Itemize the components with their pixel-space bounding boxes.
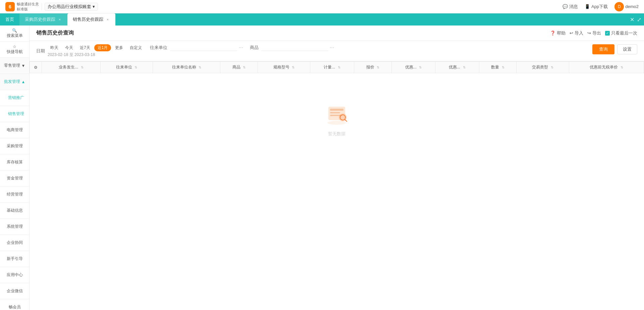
product-browse-button[interactable]: ··· (328, 45, 335, 51)
sidebar-item-shortcuts[interactable]: ☆ 快捷导航 (0, 42, 29, 58)
filter-date-group: 日期 昨天 今天 近7天 近1月 更多 自定义 2023-02-18 至 202… (36, 44, 145, 58)
column-trade-type[interactable]: 交易类型 ⇅ (517, 62, 569, 73)
sidebar-item-search[interactable]: 🔍 搜索菜单 (0, 25, 29, 42)
sidebar-item-inventory[interactable]: 库存核算 (0, 154, 29, 170)
sidebar-item-system[interactable]: 系统管理 (0, 219, 29, 235)
column-product[interactable]: 商品 ⇅ (220, 62, 258, 73)
fullscreen-icon[interactable]: ⤢ (637, 16, 641, 23)
topbar-right: 💬 消息 📱 App下载 D demo2 (562, 2, 639, 11)
app-icon: 📱 (585, 4, 590, 9)
column-settings[interactable]: ⚙ (30, 62, 42, 73)
workspace-selector[interactable]: 办公用品行业模拟账套 ▾ (45, 3, 98, 11)
chevron-up-icon: ▲ (21, 80, 25, 84)
filter-bar: 日期 昨天 今天 近7天 近1月 更多 自定义 2023-02-18 至 202… (30, 41, 644, 61)
source-browse-button[interactable]: ··· (237, 45, 244, 51)
filter-date-section: 昨天 今天 近7天 近1月 更多 自定义 2023-02-18 至 2023-0… (48, 44, 145, 58)
sort-icon-discount2: ⇅ (463, 65, 466, 69)
tab-home[interactable]: 首页 (0, 13, 19, 25)
filter-actions: 查询 设置 (592, 44, 637, 54)
message-icon: 💬 (562, 4, 568, 9)
column-unit[interactable]: 计量... ⇅ (310, 62, 354, 73)
page-title: 销售历史价查询 (36, 30, 74, 37)
filter-source-group: 往来单位 ··· (150, 44, 244, 51)
sidebar-item-basic-info[interactable]: 基础信息 (0, 203, 29, 219)
column-partner-name[interactable]: 往来单位名称 ⇅ (153, 62, 220, 73)
import-button[interactable]: ↩ 导入 (570, 30, 583, 36)
data-table: ⚙ 业务发生... ⇅ 往来单位 ⇅ 往来单位名称 ⇅ (30, 61, 644, 73)
help-icon: ❓ (550, 31, 555, 36)
sidebar-item-sales[interactable]: 销售管理 (0, 106, 29, 122)
source-input[interactable] (170, 44, 237, 51)
user-menu[interactable]: D demo2 (614, 2, 639, 11)
date-label: 日期 (36, 48, 45, 54)
sidebar-item-operations[interactable]: 经营管理 (0, 187, 29, 203)
sort-icon-spec: ⇅ (292, 65, 294, 69)
column-quantity[interactable]: 数量 ⇅ (479, 62, 517, 73)
date-btn-custom[interactable]: 自定义 (127, 44, 145, 51)
product-input-wrapper: ··· (261, 44, 335, 51)
sort-icon-partner-name: ⇅ (199, 65, 201, 69)
tab-sales[interactable]: 销售历史价跟踪 × (67, 13, 115, 25)
topbar-left: 6 畅捷通好生意 标准版 办公用品行业模拟账套 ▾ (5, 2, 98, 11)
source-label: 往来单位 (150, 45, 167, 51)
sidebar-item-guide[interactable]: 新手引导 (0, 251, 29, 267)
date-btn-yesterday[interactable]: 昨天 (48, 44, 61, 51)
svg-rect-2 (330, 109, 343, 111)
sidebar-item-enterprise[interactable]: 企业协同 (0, 235, 29, 251)
column-discount1[interactable]: 优惠... ⇅ (391, 62, 435, 73)
message-button[interactable]: 💬 消息 (562, 4, 578, 10)
date-btn-7days[interactable]: 近7天 (77, 44, 93, 51)
settings-button[interactable]: 设置 (617, 44, 637, 54)
date-range: 2023-02-18 至 2023-03-18 (48, 52, 145, 58)
topbar-divider (42, 3, 42, 10)
sort-icon-business-date: ⇅ (81, 65, 84, 69)
sort-icon-discount1: ⇅ (419, 65, 422, 69)
product-input[interactable] (261, 44, 328, 51)
app-download-button[interactable]: 📱 App下载 (585, 4, 608, 10)
import-icon: ↩ (570, 31, 573, 36)
sidebar-item-marketing[interactable]: 营销推广 (0, 90, 29, 106)
star-icon: ☆ (13, 44, 16, 49)
sidebar-item-finance[interactable]: 资金管理 (0, 170, 29, 187)
column-spec[interactable]: 规格型号 ⇅ (258, 62, 310, 73)
sort-icon-price-no-tax: ⇅ (621, 65, 623, 69)
help-button[interactable]: ❓ 帮助 (550, 30, 566, 36)
sidebar-item-member[interactable]: 畅会员 (0, 299, 29, 310)
close-all-icon[interactable]: ✕ (630, 16, 634, 23)
sidebar-item-purchase[interactable]: 采购管理 (0, 138, 29, 154)
table-area: ⚙ 业务发生... ⇅ 往来单位 ⇅ 往来单位名称 ⇅ (30, 61, 644, 310)
column-business-date[interactable]: 业务发生... ⇅ (42, 62, 101, 73)
tab-sales-close-icon[interactable]: × (105, 17, 110, 22)
main-layout: 🔍 搜索菜单 ☆ 快捷导航 零售管理 ▼ 批发管理 ▲ 营销推广 销售管理 电商… (0, 25, 644, 310)
sidebar-item-wechat[interactable]: 企业微信 (0, 283, 29, 299)
logo-area: 6 畅捷通好生意 标准版 (5, 2, 39, 11)
sidebar-item-appstore[interactable]: 应用中心 (0, 267, 29, 283)
column-price-no-tax[interactable]: 优惠前无税单价 ⇅ (569, 62, 644, 73)
empty-text: 暂无数据 (328, 131, 345, 137)
date-btn-more[interactable]: 更多 (112, 44, 126, 51)
content-area: 销售历史价查询 ❓ 帮助 ↩ 导入 ↪ 导出 ✓ 只看最后一次 (30, 25, 644, 310)
column-discount2[interactable]: 优惠... ⇅ (435, 62, 479, 73)
tabbar: 首页 采购历史价跟踪 × 销售历史价跟踪 × ✕ ⤢ (0, 13, 644, 25)
sidebar-item-ecommerce[interactable]: 电商管理 (0, 122, 29, 138)
date-buttons: 昨天 今天 近7天 近1月 更多 自定义 (48, 44, 145, 51)
tab-purchase-close-icon[interactable]: × (57, 17, 62, 22)
column-partner[interactable]: 往来单位 ⇅ (100, 62, 153, 73)
only-last-checkbox[interactable]: ✓ 只看最后一次 (605, 30, 637, 36)
column-quote-price[interactable]: 报价 ⇅ (354, 62, 391, 73)
logo-text: 畅捷通好生意 标准版 (17, 2, 39, 11)
sidebar-item-retail[interactable]: 零售管理 ▼ (0, 58, 29, 74)
sidebar-item-wholesale[interactable]: 批发管理 ▲ (0, 74, 29, 90)
date-btn-today[interactable]: 今天 (62, 44, 76, 51)
sort-icon-product: ⇅ (243, 65, 246, 69)
topbar: 6 畅捷通好生意 标准版 办公用品行业模拟账套 ▾ 💬 消息 📱 App下载 D… (0, 0, 644, 13)
table-header-row: ⚙ 业务发生... ⇅ 往来单位 ⇅ 往来单位名称 ⇅ (30, 62, 644, 73)
workspace-chevron-icon: ▾ (93, 4, 95, 9)
query-button[interactable]: 查询 (592, 44, 614, 54)
export-button[interactable]: ↪ 导出 (587, 30, 601, 36)
source-input-wrapper: ··· (170, 44, 244, 51)
empty-illustration (323, 100, 350, 127)
date-btn-1month[interactable]: 近1月 (94, 44, 111, 51)
tab-purchase[interactable]: 采购历史价跟踪 × (19, 13, 67, 25)
checkbox-icon: ✓ (605, 31, 610, 36)
